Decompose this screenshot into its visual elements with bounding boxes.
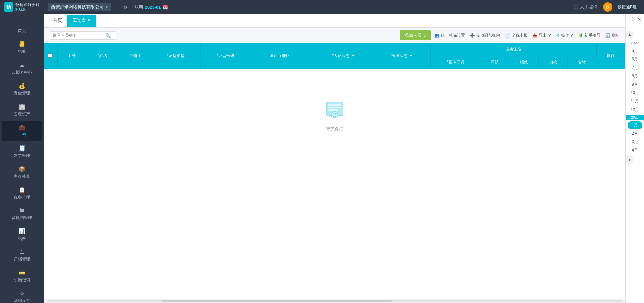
col-name: *姓名 xyxy=(86,43,119,69)
sidebar-item-ledger[interactable]: 📒 总账 xyxy=(2,38,42,58)
add-icon: + xyxy=(117,5,119,10)
sidebar-item-salary[interactable]: 💼 工资 xyxy=(2,121,42,141)
svg-point-8 xyxy=(335,113,337,114)
col-dept: *部门 xyxy=(119,43,151,69)
month-list-2023: 1月 2月 3月 4月 xyxy=(626,121,644,154)
header-actions: + ⚙ xyxy=(117,5,127,10)
month-item-2023-3[interactable]: 3月 xyxy=(628,138,642,146)
assets-icon: 🏢 xyxy=(18,103,25,110)
main-layout: ⌂ 首页 📒 总账 ☁ 云报表中心 💰 资金管理 🏢 固定资产 💼 工资 🧾 发… xyxy=(0,14,644,303)
col-emp-no: 工号 xyxy=(57,43,86,69)
sidebar-item-label: 首页 xyxy=(18,28,26,34)
sidebar-item-home[interactable]: ⌂ 首页 xyxy=(2,17,42,37)
tab-home[interactable]: 首页 xyxy=(48,15,67,27)
special-deduction-button[interactable]: ➕ 专项附加扣除 xyxy=(470,33,500,38)
sidebar-item-multi[interactable]: 🏛 多机构管理 xyxy=(2,204,42,224)
guide-button[interactable]: 🔰 新手引导 xyxy=(578,33,601,38)
col-person-status: *人员状态 ▼ xyxy=(313,43,374,69)
operations-icon: ⚙ xyxy=(556,33,560,38)
sidebar-item-cloud[interactable]: ☁ 云报表中心 xyxy=(2,58,42,79)
sidebar-item-label: 固定资产 xyxy=(14,111,30,117)
month-item-2022-6[interactable]: 6月 xyxy=(628,55,642,63)
guide-toolbar-icon: 🔰 xyxy=(578,33,583,38)
month-item-2023-4[interactable]: 4月 xyxy=(628,146,642,154)
user-name[interactable]: 畅捷通B组... xyxy=(618,4,640,10)
refresh-button[interactable]: 🔄 刷新 xyxy=(605,33,620,38)
month-item-2022-12[interactable]: 12月 xyxy=(628,106,642,114)
sidebar-item-label: 总账 xyxy=(18,49,26,54)
sidebar-item-label: 基础设置 xyxy=(14,298,30,303)
tab-close-icon[interactable]: ✕ xyxy=(88,18,91,23)
col-salary-group: 应发工资 xyxy=(431,43,597,56)
sidebar-item-inventory[interactable]: 📦 库存核算 xyxy=(2,163,42,183)
col-report-status: 报送状态 ▼ xyxy=(374,43,431,69)
content-area: 首页 工资表 ✕ 🔍 添加人员 ∨ 👥 统一社保设置 xyxy=(44,14,625,303)
svg-point-7 xyxy=(333,113,334,114)
sidebar-item-settings[interactable]: ⚙ 基础设置 xyxy=(2,287,42,303)
calendar-icon[interactable]: 📅 xyxy=(163,5,168,10)
select-all-checkbox[interactable] xyxy=(48,53,52,58)
avatar[interactable]: 畅 xyxy=(603,2,612,12)
col-id-type: *证型类型 xyxy=(151,43,201,69)
scroll-thumb[interactable] xyxy=(162,300,392,302)
sidebar-item-label: 小畅报销 xyxy=(14,277,30,283)
funds-icon: 💰 xyxy=(18,83,25,89)
svg-rect-2 xyxy=(328,107,341,108)
filter-report-icon[interactable]: ▼ xyxy=(409,53,413,58)
month-item-2022-5[interactable]: 5月 xyxy=(628,47,642,55)
sidebar-item-archive[interactable]: 🗂 归档管理 xyxy=(2,246,42,265)
tab-salary-label: 工资表 xyxy=(73,17,86,24)
expand-panel-button[interactable]: ⛶ xyxy=(628,17,633,22)
sidebar-item-tax[interactable]: 📋 税务管理 xyxy=(2,183,42,204)
panel-nav-down-button[interactable]: ▼ xyxy=(626,156,634,164)
sidebar-item-label: 云报表中心 xyxy=(12,70,32,75)
search-input[interactable] xyxy=(53,33,103,38)
operations-button[interactable]: ⚙ 操作 ∨ xyxy=(556,33,573,38)
close-books-icon: 📊 xyxy=(18,228,25,234)
year-2023-badge: 2023 xyxy=(626,115,644,120)
svg-rect-1 xyxy=(328,104,341,106)
export-arrow: ∨ xyxy=(548,33,551,38)
tab-salary-table[interactable]: 工资表 ✕ xyxy=(67,15,96,27)
month-item-2022-10[interactable]: 10月 xyxy=(628,89,642,97)
empty-state: 暂无数据 xyxy=(44,69,625,159)
company-name: 西安虾米网络科技有限公司 xyxy=(51,4,104,10)
company-selector[interactable]: 西安虾米网络科技有限公司 ▾ xyxy=(48,3,111,11)
service-button[interactable]: 🎧 人工咨询 xyxy=(573,4,598,10)
col-operations: 操作 xyxy=(596,43,625,69)
add-person-arrow: ∨ xyxy=(423,33,426,38)
sidebar-item-invoice[interactable]: 🧾 发票管理 xyxy=(2,142,42,162)
app-logo-icon: 畅 xyxy=(4,2,13,12)
expense-icon: 💳 xyxy=(18,269,25,276)
panel-nav-up-button[interactable]: ▲ xyxy=(626,30,634,38)
month-item-2023-2[interactable]: 2月 xyxy=(628,130,642,137)
gear-icon: ⚙ xyxy=(20,290,24,297)
settings-button[interactable]: ⚙ xyxy=(123,5,127,10)
month-item-2022-7[interactable]: 7月 xyxy=(628,64,642,72)
app-name: 畅捷通好会计 xyxy=(15,2,40,7)
ledger-icon: 📒 xyxy=(18,41,25,47)
sidebar-item-expense[interactable]: 💳 小畅报销 xyxy=(2,266,42,286)
filter-person-icon[interactable]: ▼ xyxy=(351,53,355,58)
scroll-track[interactable] xyxy=(47,300,622,302)
social-security-button[interactable]: 👥 统一社保设置 xyxy=(434,33,465,38)
close-panel-button[interactable]: ✕ xyxy=(637,17,641,22)
month-item-2022-11[interactable]: 11月 xyxy=(628,97,642,105)
scroll-bar[interactable] xyxy=(44,299,625,303)
period-value[interactable]: 2023-01 xyxy=(145,5,161,10)
tax-report-button[interactable]: 📄 个税申报 xyxy=(505,33,528,38)
month-item-2023-1[interactable]: 1月 xyxy=(628,121,642,129)
sidebar-item-label: 结账 xyxy=(18,236,26,242)
add-person-button[interactable]: 添加人员 ∨ xyxy=(400,30,431,40)
sidebar-item-assets[interactable]: 🏢 固定资产 xyxy=(2,100,42,120)
search-icon: 🔍 xyxy=(105,33,111,38)
month-item-2022-9[interactable]: 9月 xyxy=(628,81,642,88)
sidebar-item-funds[interactable]: 💰 资金管理 xyxy=(2,79,42,99)
add-person-label: 添加人员 xyxy=(404,32,422,38)
sidebar-item-close[interactable]: 📊 结账 xyxy=(2,225,42,245)
month-item-2022-8[interactable]: 8月 xyxy=(628,72,642,80)
export-button[interactable]: 📤 导出 ∨ xyxy=(532,33,551,38)
archive-icon: 🗂 xyxy=(19,249,25,255)
add-company-button[interactable]: + xyxy=(117,5,119,10)
col-checkbox[interactable] xyxy=(44,43,57,69)
